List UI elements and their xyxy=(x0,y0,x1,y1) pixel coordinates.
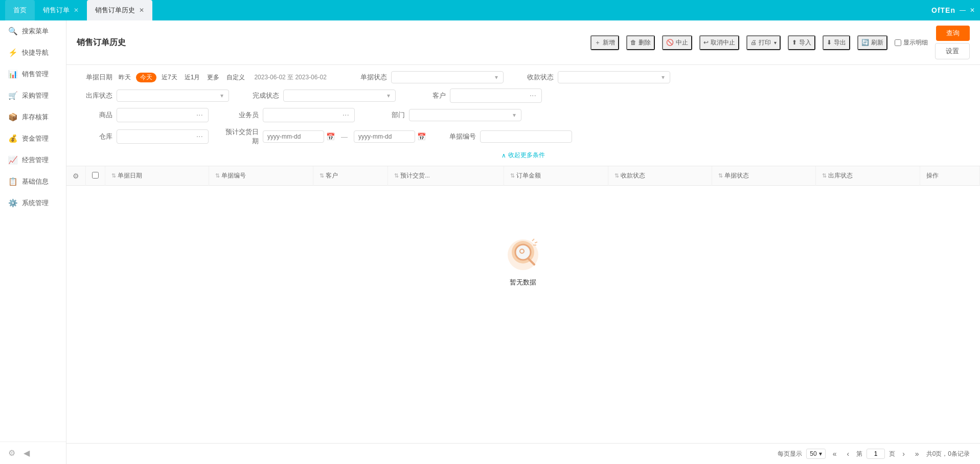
th-payment-status[interactable]: 收款状态 xyxy=(608,166,712,186)
collapse-text: 收起更多条件 xyxy=(508,151,545,160)
next-page-button[interactable]: › xyxy=(899,449,908,459)
cancel-stop-button[interactable]: ↩ 取消中止 xyxy=(699,35,739,50)
th-doc-number-label: 单据编号 xyxy=(221,172,246,179)
sidebar-item-inventory[interactable]: 📦 库存核算 xyxy=(0,106,66,128)
date-7days-btn[interactable]: 近7天 xyxy=(159,72,179,83)
tab-sales-order-history[interactable]: 销售订单历史 ✕ xyxy=(87,0,152,20)
th-order-amount[interactable]: 订单金额 xyxy=(504,166,608,186)
th-customer[interactable]: 客户 xyxy=(313,166,388,186)
quick-nav-icon: ⚡ xyxy=(8,48,18,57)
th-doc-date-label: 单据日期 xyxy=(118,172,142,179)
sidebar-collapse-icon[interactable]: ◀ xyxy=(24,448,30,458)
sidebar-item-sales-mgmt[interactable]: 📊 销售管理 xyxy=(0,63,66,85)
show-details-label: 显示明细 xyxy=(903,38,928,47)
tab-bar: 首页 销售订单 ✕ 销售订单历史 ✕ xyxy=(5,0,152,20)
import-icon: ⬆ xyxy=(792,39,797,46)
tab-sales-order-history-label: 销售订单历史 xyxy=(95,6,135,15)
settings-button[interactable]: 设置 xyxy=(935,43,970,59)
pagination: 每页显示 50 ▾ « ‹ 第 页 › » 共0页，0条记录 xyxy=(66,443,980,464)
empty-text: 暂无数据 xyxy=(510,278,536,287)
salesperson-ellipsis[interactable]: ··· xyxy=(343,111,349,120)
new-button[interactable]: ＋ 新增 xyxy=(590,35,619,50)
select-all-checkbox[interactable] xyxy=(92,172,99,179)
last-page-button[interactable]: » xyxy=(912,449,922,459)
sidebar-item-operations[interactable]: 📈 经营管理 xyxy=(0,149,66,171)
warehouse-ellipsis[interactable]: ··· xyxy=(196,132,203,141)
date-1month-btn[interactable]: 近1月 xyxy=(183,72,202,83)
export-button[interactable]: ⬇ 导出 xyxy=(823,35,850,50)
expected-date-to-input[interactable] xyxy=(354,130,415,143)
warehouse-input[interactable]: ··· xyxy=(117,129,209,144)
sidebar-item-search-menu[interactable]: 🔍 搜索菜单 xyxy=(0,20,66,42)
sidebar-item-purchase-label: 采购管理 xyxy=(22,91,49,100)
per-page-arrow: ▾ xyxy=(819,450,822,457)
inventory-icon: 📦 xyxy=(8,113,18,122)
th-checkbox xyxy=(86,166,105,186)
table-header-row: ⚙ 单据日期 单据编号 客户 xyxy=(66,166,980,186)
filter-row-1: 单据日期 昨天 今天 近7天 近1月 更多 自定义 2023-06-02 至 2… xyxy=(77,71,970,83)
window-minimize[interactable]: — xyxy=(960,7,966,14)
expected-date-from-input[interactable] xyxy=(263,130,324,143)
payment-status-select[interactable]: ▾ xyxy=(558,71,670,83)
table-body: 暂无数据 xyxy=(66,186,980,328)
calendar-from-icon[interactable]: 📅 xyxy=(326,132,335,141)
salesperson-input[interactable]: ··· xyxy=(263,108,355,122)
page-title: 销售订单历史 xyxy=(77,37,126,48)
sidebar-item-quick-nav[interactable]: ⚡ 快捷导航 xyxy=(0,42,66,63)
date-quick-filter: 昨天 今天 近7天 近1月 更多 自定义 xyxy=(117,72,247,83)
window-close[interactable]: ✕ xyxy=(970,7,975,14)
date-more-btn[interactable]: 更多 xyxy=(205,72,221,83)
th-out-status[interactable]: 出库状态 xyxy=(816,166,920,186)
per-page-select[interactable]: 50 ▾ xyxy=(806,449,825,459)
customer-input[interactable]: ··· xyxy=(450,89,542,103)
department-select[interactable]: ▾ xyxy=(409,109,521,121)
th-out-status-label: 出库状态 xyxy=(828,172,853,179)
refresh-label: 刷新 xyxy=(871,38,883,47)
search-menu-icon: 🔍 xyxy=(8,27,18,36)
sidebar-settings-icon[interactable]: ⚙ xyxy=(8,448,15,458)
date-today-btn[interactable]: 今天 xyxy=(136,73,156,82)
show-details-checkbox[interactable]: 显示明细 xyxy=(895,38,928,47)
first-page-button[interactable]: « xyxy=(830,449,840,459)
sidebar-item-sales-label: 销售管理 xyxy=(22,70,49,79)
doc-status-select[interactable]: ▾ xyxy=(391,71,504,83)
tab-sales-order-close[interactable]: ✕ xyxy=(74,7,79,14)
filter-row-4: 仓库 ··· 预计交货日期 📅 — 📅 单据编号 xyxy=(77,127,970,146)
sidebar-item-basic-info[interactable]: 📋 基础信息 xyxy=(0,171,66,192)
column-settings-button[interactable]: ⚙ xyxy=(73,172,79,180)
calendar-to-icon[interactable]: 📅 xyxy=(417,132,426,141)
out-status-select[interactable]: ▾ xyxy=(117,90,229,102)
import-label: 导入 xyxy=(799,38,811,47)
complete-status-select[interactable]: ▾ xyxy=(283,90,396,102)
tab-home[interactable]: 首页 xyxy=(5,0,35,20)
refresh-button[interactable]: 🔄 刷新 xyxy=(857,35,887,50)
sidebar-item-system-mgmt[interactable]: ⚙️ 系统管理 xyxy=(0,192,66,214)
print-icon: 🖨 xyxy=(750,39,757,46)
current-page-input[interactable] xyxy=(867,449,885,459)
payment-status-label: 收款状态 xyxy=(518,73,554,82)
collapse-filter-row[interactable]: ∧ 收起更多条件 xyxy=(77,151,970,160)
product-input[interactable]: ··· xyxy=(117,108,209,122)
query-button[interactable]: 查询 xyxy=(936,26,970,41)
product-ellipsis[interactable]: ··· xyxy=(196,111,203,120)
stop-button[interactable]: 🚫 中止 xyxy=(662,35,692,50)
sidebar-item-finance[interactable]: 💰 资金管理 xyxy=(0,128,66,149)
sidebar-item-purchase-mgmt[interactable]: 🛒 采购管理 xyxy=(0,85,66,106)
show-details-input[interactable] xyxy=(895,39,901,46)
date-yesterday-btn[interactable]: 昨天 xyxy=(117,72,133,83)
tab-sales-order[interactable]: 销售订单 ✕ xyxy=(35,0,87,20)
empty-state: 暂无数据 xyxy=(66,186,980,328)
delete-button[interactable]: 🗑 删除 xyxy=(626,35,655,50)
th-doc-status[interactable]: 单据状态 xyxy=(712,166,815,186)
page-header: 销售订单历史 ＋ 新增 🗑 删除 🚫 中止 ↩ 取消中止 xyxy=(66,20,980,65)
print-button[interactable]: 🖨 打印 xyxy=(746,35,781,50)
tab-sales-order-history-close[interactable]: ✕ xyxy=(139,7,144,14)
import-button[interactable]: ⬆ 导入 xyxy=(788,35,815,50)
prev-page-button[interactable]: ‹ xyxy=(844,449,853,459)
doc-number-input[interactable] xyxy=(480,130,572,143)
customer-ellipsis[interactable]: ··· xyxy=(530,91,536,100)
th-doc-number[interactable]: 单据编号 xyxy=(209,166,313,186)
th-doc-date[interactable]: 单据日期 xyxy=(105,166,209,186)
date-custom-btn[interactable]: 自定义 xyxy=(224,72,247,83)
th-expected-delivery[interactable]: 预计交货... xyxy=(388,166,504,186)
